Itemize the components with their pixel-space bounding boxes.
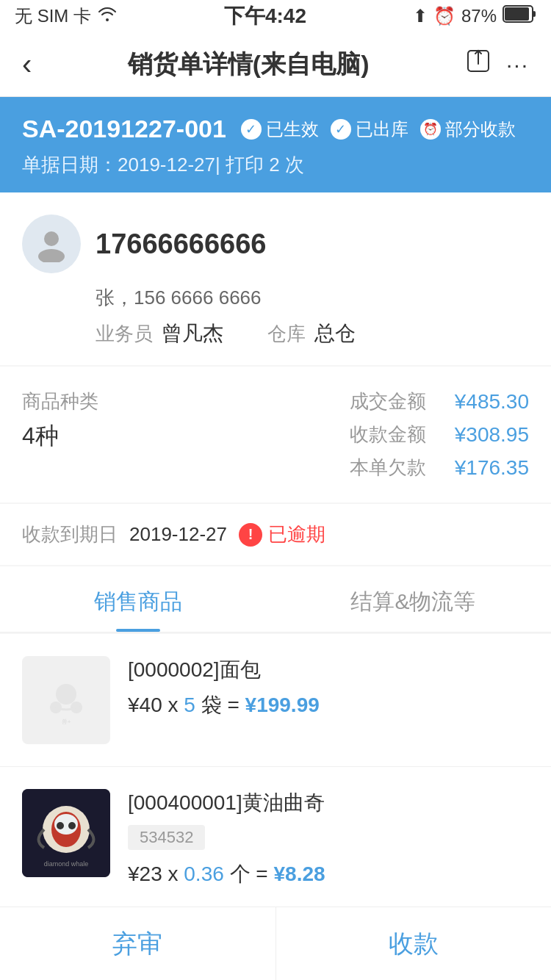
alarm-icon: ⏰ bbox=[433, 6, 455, 26]
tab-sales-products[interactable]: 销售商品 bbox=[0, 566, 276, 632]
product-price-row-2: ¥23 x 0.36 个 = ¥8.28 bbox=[128, 860, 529, 888]
status-time: 下午4:42 bbox=[224, 2, 306, 30]
overdue-text: 已逾期 bbox=[268, 522, 325, 547]
wifi-icon bbox=[97, 6, 118, 26]
cancel-button[interactable]: 弃审 bbox=[0, 907, 276, 980]
product-name-1: [0000002]面包 bbox=[128, 656, 529, 684]
svg-point-5 bbox=[38, 249, 65, 262]
customer-phone: 17666666666 bbox=[96, 228, 266, 260]
location-icon: ⬆ bbox=[413, 6, 428, 26]
summary-section: 商品种类 4种 成交金额 ¥485.30 收款金额 ¥308.95 本单欠款 ¥… bbox=[0, 367, 551, 502]
salesperson-value: 曾凡杰 bbox=[162, 320, 223, 347]
list-item: 兽+ [0000002]面包 ¥40 x 5 袋 = ¥199.99 bbox=[0, 634, 551, 767]
product-info-1: [0000002]面包 ¥40 x 5 袋 = ¥199.99 bbox=[128, 656, 529, 719]
list-item: diamond whale [000400001]黄油曲奇 534532 ¥23… bbox=[0, 767, 551, 911]
product-price-row-1: ¥40 x 5 袋 = ¥199.99 bbox=[128, 691, 529, 719]
check-icon-2: ✓ bbox=[331, 119, 351, 140]
badge-active: ✓ 已生效 bbox=[241, 118, 319, 141]
svg-point-4 bbox=[44, 231, 59, 246]
status-bar: 无 SIM 卡 下午4:42 ⬆ ⏰ 87% bbox=[0, 0, 551, 32]
due-date-value: 2019-12-27 bbox=[129, 523, 227, 546]
svg-point-14 bbox=[57, 822, 64, 829]
back-button[interactable]: ‹ bbox=[22, 48, 32, 81]
svg-point-6 bbox=[56, 684, 76, 705]
bottom-bar: 弃审 收款 bbox=[0, 907, 551, 980]
badge-shipped: ✓ 已出库 bbox=[331, 118, 408, 141]
summary-right: 成交金额 ¥485.30 收款金额 ¥308.95 本单欠款 ¥176.35 bbox=[350, 389, 529, 480]
product-info-2: [000400001]黄油曲奇 534532 ¥23 x 0.36 个 = ¥8… bbox=[128, 789, 529, 888]
summary-left: 商品种类 4种 bbox=[22, 389, 98, 453]
product-name-2: [000400001]黄油曲奇 bbox=[128, 789, 529, 817]
product-thumbnail-1: 兽+ bbox=[22, 656, 110, 744]
received-row: 收款金额 ¥308.95 bbox=[350, 422, 529, 447]
badge-partial: ⏰ 部分收款 bbox=[420, 118, 516, 141]
product-sku-2: 534532 bbox=[128, 825, 205, 850]
no-sim-text: 无 SIM 卡 bbox=[15, 4, 91, 28]
overdue-icon: ! bbox=[239, 523, 262, 547]
order-id: SA-20191227-001 bbox=[22, 115, 226, 143]
product-list: 兽+ [0000002]面包 ¥40 x 5 袋 = ¥199.99 bbox=[0, 634, 551, 911]
avatar bbox=[22, 215, 81, 273]
received-value: ¥308.95 bbox=[441, 423, 529, 447]
battery-text: 87% bbox=[461, 6, 497, 26]
share-button[interactable] bbox=[465, 48, 491, 81]
amount-row: 成交金额 ¥485.30 bbox=[350, 389, 529, 414]
status-left: 无 SIM 卡 bbox=[15, 4, 118, 28]
amount-value: ¥485.30 bbox=[441, 390, 529, 414]
battery-icon bbox=[503, 5, 536, 27]
tabs-section: 销售商品 结算&物流等 bbox=[0, 566, 551, 633]
category-count: 4种 bbox=[22, 420, 98, 453]
svg-point-15 bbox=[68, 822, 76, 829]
owed-value: ¥176.35 bbox=[441, 456, 529, 480]
tabs-row: 销售商品 结算&物流等 bbox=[0, 566, 551, 633]
warehouse-item: 仓库 总仓 bbox=[267, 320, 356, 347]
nav-bar: ‹ 销货单详情(来自电脑) ··· bbox=[0, 32, 551, 97]
customer-info: 张，156 6666 6666 bbox=[22, 285, 529, 311]
customer-row: 17666666666 bbox=[22, 215, 529, 273]
svg-rect-2 bbox=[505, 7, 529, 21]
customer-section: 17666666666 张，156 6666 6666 业务员 曾凡杰 仓库 总… bbox=[0, 192, 551, 365]
clock-icon: ⏰ bbox=[420, 119, 441, 140]
due-section: 收款到期日 2019-12-27 ! 已逾期 bbox=[0, 504, 551, 565]
product-thumbnail-2: diamond whale bbox=[22, 789, 110, 877]
check-icon: ✓ bbox=[241, 119, 262, 140]
status-right: ⬆ ⏰ 87% bbox=[413, 5, 536, 27]
customer-meta: 业务员 曾凡杰 仓库 总仓 bbox=[22, 320, 529, 347]
svg-text:兽+: 兽+ bbox=[62, 718, 71, 725]
order-header: SA-20191227-001 ✓ 已生效 ✓ 已出库 ⏰ 部分收款 单据日期：… bbox=[0, 97, 551, 192]
warehouse-value: 总仓 bbox=[314, 320, 356, 347]
svg-rect-1 bbox=[533, 11, 536, 17]
order-date: 单据日期：2019-12-27| 打印 2 次 bbox=[22, 152, 529, 178]
confirm-button[interactable]: 收款 bbox=[276, 907, 552, 980]
owed-row: 本单欠款 ¥176.35 bbox=[350, 455, 529, 480]
order-badges: ✓ 已生效 ✓ 已出库 ⏰ 部分收款 bbox=[241, 118, 516, 141]
more-button[interactable]: ··· bbox=[506, 52, 529, 77]
overdue-badge: ! 已逾期 bbox=[239, 522, 325, 547]
svg-text:diamond whale: diamond whale bbox=[44, 860, 89, 868]
page-title: 销货单详情(来自电脑) bbox=[128, 48, 370, 82]
salesperson-item: 业务员 曾凡杰 bbox=[96, 320, 223, 347]
tab-settlement[interactable]: 结算&物流等 bbox=[276, 566, 551, 632]
